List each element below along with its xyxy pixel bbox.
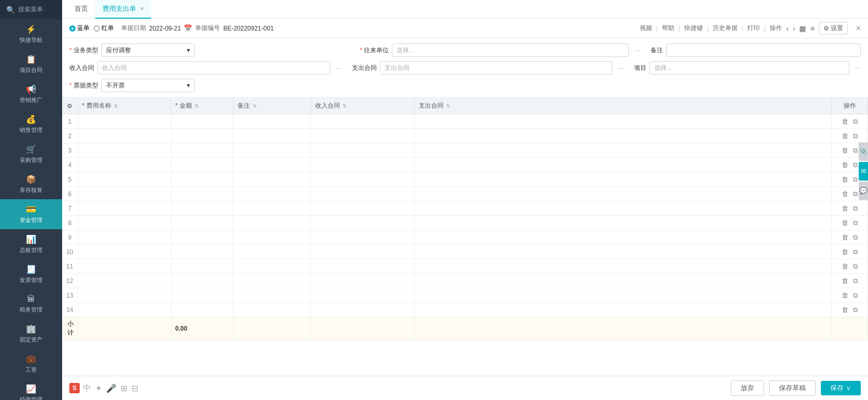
cell-expense-contract-6[interactable] (414, 187, 832, 201)
expense-contract-select[interactable]: 支出合同 (380, 61, 613, 75)
cell-amount-10[interactable] (171, 245, 233, 259)
cell-income-contract-2[interactable] (311, 129, 414, 143)
toolbar-operations[interactable]: 操作 (770, 24, 782, 33)
cell-expense-name-14[interactable] (78, 303, 171, 317)
copy-icon-7[interactable]: ⧉ (851, 204, 859, 212)
cell-remark-9[interactable] (233, 230, 311, 245)
cell-amount-11[interactable] (171, 259, 233, 274)
sidebar-item-quick-nav[interactable]: ⚡ 快捷导航 (0, 19, 62, 49)
delete-icon-7[interactable]: 🗑 (840, 204, 850, 212)
right-tab-comment[interactable]: 💬 (859, 182, 868, 200)
sidebar-item-sales[interactable]: 💰 销售管理 (0, 109, 62, 139)
partner-more[interactable]: ··· (634, 46, 640, 54)
sidebar-item-operations[interactable]: 📈 经营管理 (0, 379, 62, 400)
delete-icon-1[interactable]: 🗑 (840, 117, 850, 125)
col-header-remark[interactable]: 备注 ⇅ (233, 98, 311, 114)
col-header-income-contract[interactable]: 收入合同 ⇅ (311, 98, 414, 114)
cell-amount-7[interactable] (171, 201, 233, 216)
copy-icon-10[interactable]: ⧉ (851, 248, 859, 256)
cell-remark-13[interactable] (233, 288, 311, 303)
tab-home[interactable]: 首页 (67, 0, 95, 19)
cell-expense-contract-12[interactable] (414, 274, 832, 288)
toolbar-prev[interactable]: ‹ (786, 24, 789, 33)
toolbar-history[interactable]: 历史单据 (713, 24, 738, 33)
delete-icon-11[interactable]: 🗑 (840, 262, 850, 270)
delete-icon-2[interactable]: 🗑 (840, 132, 850, 140)
cell-amount-6[interactable] (171, 187, 233, 201)
income-contract-more[interactable]: ··· (335, 64, 342, 72)
col-header-expense-name[interactable]: * 费用名称 ⇅ (78, 98, 171, 114)
cell-expense-name-13[interactable] (78, 288, 171, 303)
cell-amount-1[interactable] (171, 114, 233, 129)
delete-icon-8[interactable]: 🗑 (840, 219, 850, 227)
save-button[interactable]: 保存 ∨ (821, 381, 861, 395)
business-type-select[interactable]: 应付调整 ▾ (101, 43, 195, 57)
cell-amount-12[interactable] (171, 274, 233, 288)
delete-icon-4[interactable]: 🗑 (840, 161, 850, 169)
cell-expense-contract-14[interactable] (414, 303, 832, 317)
col-header-config[interactable]: ⚙ (62, 98, 78, 114)
toolbar-help[interactable]: 帮助 (662, 24, 674, 33)
delete-icon-13[interactable]: 🗑 (840, 291, 850, 299)
cell-expense-contract-9[interactable] (414, 230, 832, 245)
delete-icon-3[interactable]: 🗑 (840, 146, 850, 154)
radio-blue[interactable]: 蓝单 (69, 24, 90, 33)
invoice-type-select[interactable]: 不开票 ▾ (101, 79, 195, 92)
cell-remark-4[interactable] (233, 158, 311, 172)
settings-button[interactable]: ⚙ 设置 (819, 22, 848, 35)
cell-expense-contract-3[interactable] (414, 143, 832, 158)
copy-icon-9[interactable]: ⧉ (851, 233, 859, 241)
cell-income-contract-11[interactable] (311, 259, 414, 274)
cell-expense-name-1[interactable] (78, 114, 171, 129)
cell-remark-8[interactable] (233, 216, 311, 230)
col-header-expense-contract[interactable]: 支出合同 ⇅ (414, 98, 832, 114)
radio-red[interactable]: 红单 (94, 24, 114, 33)
cell-expense-name-3[interactable] (78, 143, 171, 158)
sidebar-item-project-contract[interactable]: 📋 项目合同 (0, 49, 62, 79)
project-more[interactable]: ··· (855, 64, 861, 72)
sidebar-item-purchase[interactable]: 🛒 采购管理 (0, 139, 62, 169)
cell-expense-name-4[interactable] (78, 158, 171, 172)
cell-income-contract-5[interactable] (311, 172, 414, 187)
sidebar-item-salary[interactable]: 💼 工资 (0, 349, 62, 379)
sidebar-item-tax[interactable]: 🏛 税务管理 (0, 289, 62, 319)
toolbar-video[interactable]: 视频 (640, 24, 652, 33)
cell-expense-contract-11[interactable] (414, 259, 832, 274)
delete-icon-10[interactable]: 🗑 (840, 248, 850, 256)
close-button[interactable]: × (856, 24, 861, 33)
cell-expense-name-8[interactable] (78, 216, 171, 230)
remark-input[interactable] (666, 43, 861, 57)
tool-grid2[interactable]: ⊟ (131, 383, 138, 393)
copy-icon-8[interactable]: ⧉ (851, 219, 859, 227)
cell-expense-name-2[interactable] (78, 129, 171, 143)
tool-cn[interactable]: 中 (83, 383, 91, 394)
cell-income-contract-7[interactable] (311, 201, 414, 216)
cell-amount-13[interactable] (171, 288, 233, 303)
cell-income-contract-12[interactable] (311, 274, 414, 288)
cell-expense-name-9[interactable] (78, 230, 171, 245)
tool-grid1[interactable]: ⊞ (121, 383, 127, 393)
cell-expense-name-10[interactable] (78, 245, 171, 259)
discard-button[interactable]: 放弃 (731, 380, 764, 396)
copy-icon-12[interactable]: ⧉ (851, 277, 859, 285)
cell-income-contract-1[interactable] (311, 114, 414, 129)
cell-remark-3[interactable] (233, 143, 311, 158)
sidebar-item-inventory[interactable]: 📦 库存核算 (0, 169, 62, 199)
cell-remark-6[interactable] (233, 187, 311, 201)
cell-expense-contract-5[interactable] (414, 172, 832, 187)
delete-icon-14[interactable]: 🗑 (840, 306, 850, 314)
sidebar-item-accounting[interactable]: 📊 总账管理 (0, 229, 62, 259)
sidebar-search[interactable]: 🔍 搜索菜单 (0, 0, 62, 19)
calendar-icon[interactable]: 📅 (184, 24, 192, 32)
cell-remark-12[interactable] (233, 274, 311, 288)
cell-income-contract-3[interactable] (311, 143, 414, 158)
copy-icon-1[interactable]: ⧉ (851, 117, 859, 125)
tool-diamond[interactable]: ✦ (95, 383, 102, 393)
cell-expense-contract-13[interactable] (414, 288, 832, 303)
cell-income-contract-9[interactable] (311, 230, 414, 245)
cell-amount-8[interactable] (171, 216, 233, 230)
cell-expense-name-6[interactable] (78, 187, 171, 201)
save-draft-button[interactable]: 保存草稿 (769, 380, 816, 396)
cell-expense-contract-8[interactable] (414, 216, 832, 230)
sidebar-item-marketing[interactable]: 📢 营销推广 (0, 79, 62, 109)
